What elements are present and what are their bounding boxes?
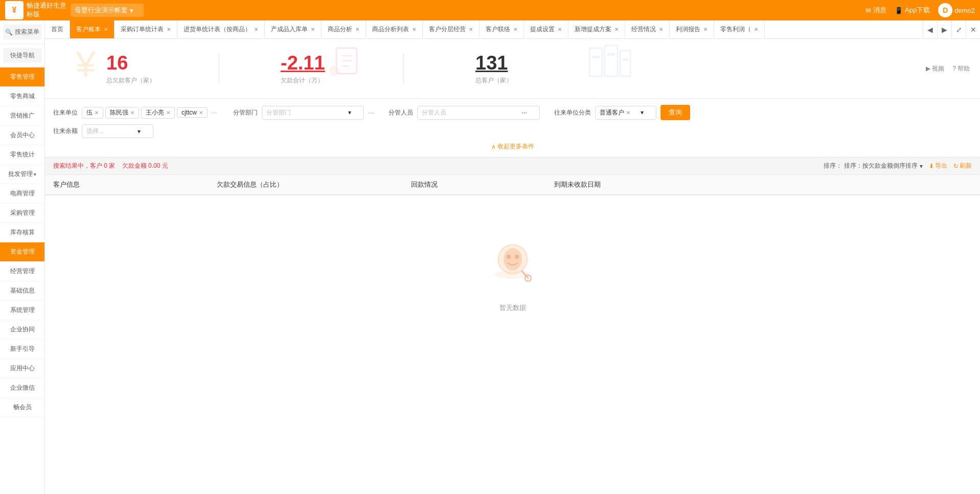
sidebar-item-enterprise-collab[interactable]: 企业协同	[0, 320, 44, 340]
sidebar-item-basic-info[interactable]: 基础信息	[0, 281, 44, 301]
dept-label: 分管部门	[233, 108, 258, 117]
sidebar: 🔍 搜索菜单 快捷导航 零售管理 零售商城 营销推广 会员中心 零售统计	[0, 20, 45, 494]
logo: ¥ 畅捷通好生意 标版	[5, 1, 66, 19]
tab-close-icon[interactable]: ✕	[754, 27, 758, 32]
tag-remove-cjttcw[interactable]: ✕	[199, 110, 203, 116]
sidebar-item-enterprise-wechat[interactable]: 企业微信	[0, 378, 44, 398]
tab-close-icon[interactable]: ✕	[469, 27, 473, 32]
tab-commission-settings[interactable]: 提成设置 ✕	[524, 20, 568, 39]
svg-rect-9	[592, 56, 600, 58]
empty-text: 暂无数据	[499, 303, 526, 312]
query-button[interactable]: 查询	[660, 105, 690, 120]
message-icon: ✉	[865, 7, 871, 14]
tab-profit-report[interactable]: 利润报告 ✕	[670, 20, 714, 39]
tab-customer-tiered-ops[interactable]: 客户分层经营 ✕	[423, 20, 480, 39]
table-header: 客户信息 欠款交易信息（占比） 回款情况 到期未收款日期	[45, 175, 980, 195]
video-btn[interactable]: ▶ 视频	[926, 64, 944, 73]
sidebar-item-operation[interactable]: 经营管理	[0, 262, 44, 281]
user-avatar[interactable]: D demo2	[938, 3, 975, 17]
filter-more-btn[interactable]: ···	[210, 108, 219, 117]
tab-actions: ◀ ▶ ⤢ ✕	[923, 20, 980, 39]
sidebar-item-retail-stats[interactable]: 零售统计	[0, 145, 44, 165]
dept-filter-dots[interactable]: ···	[368, 108, 374, 117]
sidebar-item-inventory[interactable]: 库存核算	[0, 223, 44, 242]
tab-close-all-btn[interactable]: ✕	[966, 20, 980, 39]
avatar: D	[938, 3, 952, 17]
tab-prev-btn[interactable]: ◀	[923, 20, 937, 39]
stat-overdue-customers: 16 总欠款客户（家）	[55, 47, 198, 90]
filter-area: 往来单位 伍 ✕ 陈民强 ✕ 王小亮	[45, 99, 980, 158]
collapse-btn[interactable]: ∧ 收起更多条件	[491, 142, 534, 151]
sidebar-item-retail-mall[interactable]: 零售商城	[0, 87, 44, 106]
sidebar-item-app-center[interactable]: 应用中心	[0, 359, 44, 378]
filter-tag-chen: 陈民强 ✕	[105, 107, 139, 119]
sidebar-item-new-guide[interactable]: 新手引导	[0, 340, 44, 359]
category-label: 往来单位分类	[554, 108, 591, 117]
sort-label: 排序：	[824, 162, 842, 170]
tab-close-icon[interactable]: ✕	[167, 27, 171, 32]
sort-select[interactable]: 排序： 排序：按欠款金额倒序排序 ▾	[824, 162, 923, 170]
filter-tag-wang: 王小亮 ✕	[141, 107, 175, 119]
balance-select[interactable]: 选择... ▾	[82, 124, 153, 138]
dept-select[interactable]: 分管部门 ▾	[262, 106, 364, 120]
help-btn[interactable]: ? 帮助	[952, 64, 970, 73]
tab-product-analysis-list[interactable]: 商品分析列表 ✕	[366, 20, 423, 39]
tab-product-analysis[interactable]: 商品分析 ✕	[322, 20, 366, 39]
tag-remove-chen[interactable]: ✕	[130, 110, 134, 116]
sidebar-item-purchasing[interactable]: 采购管理	[0, 204, 44, 223]
tab-close-icon[interactable]: ✕	[104, 27, 108, 32]
tab-fullscreen-btn[interactable]: ⤢	[951, 20, 966, 39]
tab-close-icon[interactable]: ✕	[355, 27, 359, 32]
sidebar-item-marketing[interactable]: 营销推广	[0, 106, 44, 126]
sidebar-item-member-center[interactable]: 会员中心	[0, 126, 44, 145]
tab-next-btn[interactable]: ▶	[937, 20, 951, 39]
tab-close-icon[interactable]: ✕	[703, 27, 708, 32]
tab-home[interactable]: 首页	[45, 20, 70, 39]
sidebar-item-ecommerce[interactable]: 电商管理	[0, 184, 44, 204]
category-select[interactable]: 普通客户 ✕ ▾	[595, 106, 656, 120]
sidebar-item-system[interactable]: 系统管理	[0, 301, 44, 320]
quick-nav-btn[interactable]: 快捷导航	[3, 48, 41, 63]
tab-customer-contact[interactable]: 客户联络 ✕	[480, 20, 524, 39]
col-header-customer-info: 客户信息	[53, 180, 217, 189]
tab-close-icon[interactable]: ✕	[412, 27, 416, 32]
tab-close-icon[interactable]: ✕	[254, 27, 258, 32]
export-btn[interactable]: ⬇ 导出	[929, 162, 947, 170]
messages-btn[interactable]: ✉ 消息	[865, 6, 886, 15]
tab-purchase-order-stats[interactable]: 采购订单统计表 ✕	[115, 20, 177, 39]
stat-value-overdue-customers: 16	[106, 52, 155, 74]
svg-rect-7	[605, 46, 618, 76]
category-tag-remove[interactable]: ✕	[626, 110, 630, 116]
sidebar-item-wholesale[interactable]: 批发管理 ▾	[0, 165, 44, 184]
tab-customer-ledger[interactable]: 客户账本 ✕	[70, 20, 115, 39]
sidebar-item-member-app[interactable]: 畅会员	[0, 398, 44, 417]
svg-point-15	[515, 255, 519, 259]
tab-close-icon[interactable]: ✕	[659, 27, 663, 32]
person-select[interactable]: 分管人员 ···	[417, 106, 540, 120]
tab-production-inbound[interactable]: 产成品入库单 ✕	[265, 20, 322, 39]
tab-bar: 首页 客户账本 ✕ 采购订单统计表 ✕ 进货单统计表（按商品） ✕ 产成品入库单…	[45, 20, 980, 39]
refresh-btn[interactable]: ↻ 刷新	[953, 162, 972, 170]
sidebar-item-finance[interactable]: 资金管理	[0, 242, 44, 262]
tab-operations-overview[interactable]: 经营情况 ✕	[625, 20, 670, 39]
tab-add-commission-plan[interactable]: 新增提成方案 ✕	[568, 20, 625, 39]
tab-close-icon[interactable]: ✕	[311, 27, 315, 32]
col-header-due-date: 到期未收款日期	[554, 180, 972, 189]
tab-purchase-stats-by-product[interactable]: 进货单统计表（按商品） ✕	[177, 20, 265, 39]
tab-close-icon[interactable]: ✕	[614, 27, 619, 32]
tag-remove-wang[interactable]: ✕	[166, 110, 170, 116]
chevron-down-icon: ▾	[34, 172, 36, 177]
app-download-btn[interactable]: 📱 App下载	[895, 6, 930, 15]
org-selector[interactable]: 母婴行业演示帐套 ▾	[71, 4, 144, 17]
empty-icon	[487, 236, 538, 297]
tag-remove-wu[interactable]: ✕	[95, 110, 99, 116]
tab-close-icon[interactable]: ✕	[558, 27, 562, 32]
quick-nav-area: 快捷导航	[0, 44, 44, 68]
tab-retail-profit[interactable]: 零售利润（ ✕	[714, 20, 765, 39]
search-menu-btn[interactable]: 🔍 搜索菜单	[3, 25, 41, 39]
tab-close-icon[interactable]: ✕	[513, 27, 517, 32]
stat-value-overdue-total: -2.11	[281, 52, 325, 74]
svg-rect-6	[589, 48, 602, 76]
stat-overdue-total: -2.11 欠款合计（万）	[240, 47, 383, 90]
sidebar-item-retail-management[interactable]: 零售管理	[0, 68, 44, 87]
